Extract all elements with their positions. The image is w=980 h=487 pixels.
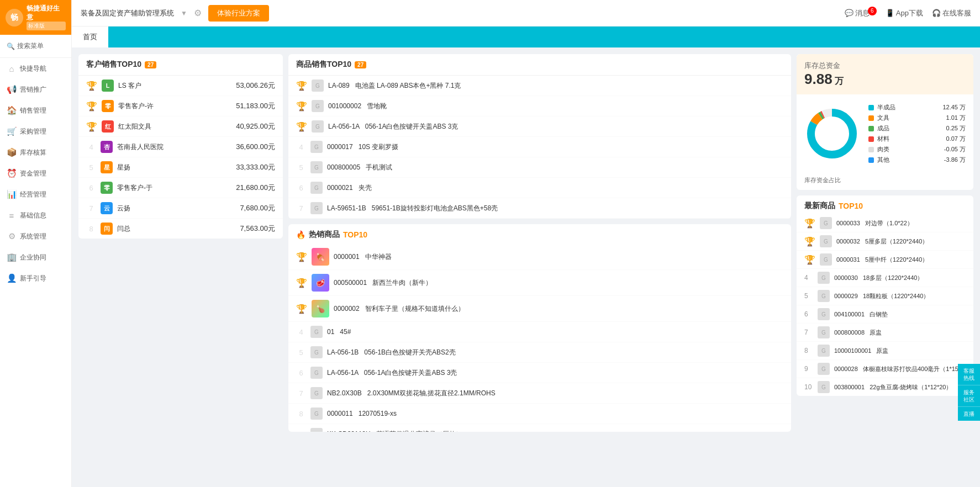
list-item: 8 G 10000100001 原盅 bbox=[797, 342, 973, 360]
list-item: 🏆 🍖 0000001 中华神器 bbox=[288, 244, 791, 270]
rank-number: 6 bbox=[804, 310, 813, 318]
fire-icon: 🔥 bbox=[296, 230, 305, 239]
inventory-value: 9.88 bbox=[804, 71, 833, 88]
product-thumb: G bbox=[818, 363, 830, 375]
product-thumb: G bbox=[818, 308, 830, 320]
legend-name: 材料 bbox=[877, 135, 943, 143]
float-btn-customer-service[interactable]: 客服热线 bbox=[958, 364, 980, 385]
trophy-gold-icon: 🏆 bbox=[86, 81, 97, 91]
hot-products-label: 热销商品 bbox=[309, 230, 340, 240]
app-download-label: App下载 bbox=[896, 8, 923, 18]
sales-icon: 🏠 bbox=[7, 105, 17, 115]
notification-item[interactable]: 💬 消息 6 bbox=[845, 8, 877, 18]
trophy-icon: 🏆 bbox=[296, 121, 307, 132]
float-btn-live[interactable]: 直播 bbox=[958, 407, 980, 421]
nav-tabs: 首页 bbox=[72, 27, 980, 47]
sidebar-item-company[interactable]: 🏢 企业协同 bbox=[0, 247, 71, 268]
list-item: 9 G 0000028 体橱嘉枝味苏打饮品400毫升（1*15） bbox=[797, 360, 973, 378]
purchase-icon: 🛒 bbox=[7, 126, 17, 136]
app-download-item[interactable]: 📱 App下载 bbox=[886, 8, 923, 18]
customer-name: 零售客户-许 bbox=[118, 102, 231, 111]
logo-icon: 畅 bbox=[6, 9, 23, 27]
sidebar-item-quicknav[interactable]: ⌂ 快捷导航 bbox=[0, 58, 71, 79]
product-thumb: G bbox=[310, 428, 323, 432]
customer-value: 7,680.00元 bbox=[240, 203, 275, 213]
trophy-icon: 🏆 bbox=[296, 81, 307, 91]
sidebar-item-inventory[interactable]: 📦 库存核算 bbox=[0, 142, 71, 163]
legend-item: 其他 -3.86 万 bbox=[868, 155, 966, 165]
content-area: 客户销售TOP10 27 🏆 L LS 客户 53,006.26元 🏆 零 零售 bbox=[72, 47, 980, 487]
list-item: 7 云 云扬 7,680.00元 bbox=[78, 198, 283, 219]
legend-item: 材料 0.07 万 bbox=[868, 134, 966, 144]
sidebar-item-label: 新手引导 bbox=[20, 274, 46, 283]
customer-service-item[interactable]: 🎧 在线客服 bbox=[932, 8, 971, 18]
hot-top-label: TOP10 bbox=[343, 230, 367, 239]
inventory-title: 库存总资金 bbox=[804, 61, 966, 71]
hot-products-card: 🔥 热销商品 TOP10 🏆 🍖 0000001 中华神器 🏆 🥩 000500… bbox=[288, 224, 791, 432]
sidebar-item-operations[interactable]: 📊 经营管理 bbox=[0, 184, 71, 205]
rank-number: 5 bbox=[296, 163, 306, 172]
settings-icon[interactable]: ⚙ bbox=[194, 8, 202, 18]
sidebar-search-area[interactable]: 🔍 搜索菜单 bbox=[0, 35, 71, 58]
product-info: 000800005 手机测试 bbox=[327, 163, 783, 172]
customer-top10-header: 客户销售TOP10 27 bbox=[78, 54, 283, 76]
customer-name: 零售客户-于 bbox=[117, 183, 231, 193]
donut-chart bbox=[804, 106, 860, 161]
trophy-icon: 🏆 bbox=[296, 304, 307, 314]
sidebar-item-finance[interactable]: ⏰ 资金管理 bbox=[0, 163, 71, 184]
product-info: 004100001 白钢垫 bbox=[834, 310, 888, 319]
avatar: 零 bbox=[101, 182, 113, 194]
customer-value: 51,183.00元 bbox=[236, 101, 275, 111]
product-info: 0000017 10S 变刷罗摄 bbox=[327, 142, 783, 152]
product-info: 01 45# bbox=[327, 328, 783, 336]
notification-icon: 💬 bbox=[845, 9, 853, 17]
product-info: 10000100001 原盅 bbox=[834, 347, 888, 355]
topbar: 装备及固定资产辅助管理系统 ▼ ⚙ 体验行业方案 💬 消息 6 📱 App下载 … bbox=[72, 0, 980, 27]
sidebar-item-marketing[interactable]: 📢 营销推广 bbox=[0, 79, 71, 100]
sidebar-item-guide[interactable]: 👤 新手引导 bbox=[0, 268, 71, 289]
sidebar-item-basic[interactable]: ≡ 基础信息 bbox=[0, 205, 71, 226]
rank-number: 8 bbox=[296, 410, 306, 418]
legend-color bbox=[868, 115, 874, 121]
rank-number: 9 bbox=[804, 365, 813, 373]
product-info: LA-089 电池盖 LA-089 ABS本色+黑种 7.1克 bbox=[328, 81, 783, 91]
legend-value: 0.07 万 bbox=[946, 135, 966, 143]
new-products-card: 最新商品 TOP10 🏆 G 0000033 对边带（1.0*22） 🏆 G 0… bbox=[797, 195, 973, 396]
operations-icon: 📊 bbox=[7, 189, 17, 199]
list-item: 4 G 0000030 18多层（1220*2440） bbox=[797, 269, 973, 287]
trophy-icon: 🏆 bbox=[296, 101, 307, 112]
list-item: 8 G 0000011 12070519-xs bbox=[288, 404, 791, 424]
notification-badge: 6 bbox=[868, 7, 877, 15]
guide-icon: 👤 bbox=[7, 273, 17, 283]
avatar: 杏 bbox=[101, 141, 113, 153]
trophy-icon: 🏆 bbox=[804, 218, 815, 229]
list-item: 8 闫 闫总 7,563.00元 bbox=[78, 219, 283, 239]
inventory-chart-area: 半成品 12.45 万 文具 1.01 万 成品 0.25 万 bbox=[797, 94, 973, 173]
float-btn-community[interactable]: 服务社区 bbox=[958, 385, 980, 407]
customer-top10-badge: 27 bbox=[145, 61, 156, 68]
list-item: 🏆 🍗 0000002 智利车子里（规格不知道填什么） bbox=[288, 296, 791, 322]
product-sales-top10-card: 商品销售TOP10 27 🏆 G LA-089 电池盖 LA-089 ABS本色… bbox=[288, 54, 791, 219]
tab-home[interactable]: 首页 bbox=[72, 27, 108, 47]
customer-name: 闫总 bbox=[117, 224, 235, 234]
inventory-footer: 库存资金占比 bbox=[797, 173, 973, 190]
sidebar-item-purchase[interactable]: 🛒 采购管理 bbox=[0, 121, 71, 142]
sidebar-item-system[interactable]: ⚙ 系统管理 bbox=[0, 226, 71, 247]
inventory-card: 库存总资金 9.88 万 bbox=[797, 54, 973, 190]
product-info: 0000032 5厘多层（1220*2440） bbox=[836, 237, 928, 246]
avatar: 闫 bbox=[101, 223, 113, 235]
trial-button[interactable]: 体验行业方案 bbox=[208, 5, 269, 22]
rank-number: 7 bbox=[296, 204, 306, 213]
product-thumb: G bbox=[310, 407, 323, 420]
product-thumb: G bbox=[818, 326, 830, 338]
rank-number: 7 bbox=[86, 204, 96, 213]
customer-name: 云扬 bbox=[117, 204, 235, 213]
search-menu-button[interactable]: 🔍 搜索菜单 bbox=[4, 39, 67, 53]
legend-value: 0.25 万 bbox=[946, 124, 966, 133]
hot-products-title: 🔥 热销商品 TOP10 bbox=[288, 224, 791, 244]
product-info: 0000021 夹壳 bbox=[327, 183, 783, 193]
product-info: 003800001 22g鱼豆腐-烧烤味（1*12*20） bbox=[834, 383, 952, 391]
legend-value: -3.86 万 bbox=[944, 156, 966, 164]
sidebar-item-sales[interactable]: 🏠 销售管理 bbox=[0, 100, 71, 121]
list-item: 4 G 0000017 10S 变刷罗摄 bbox=[288, 137, 791, 157]
